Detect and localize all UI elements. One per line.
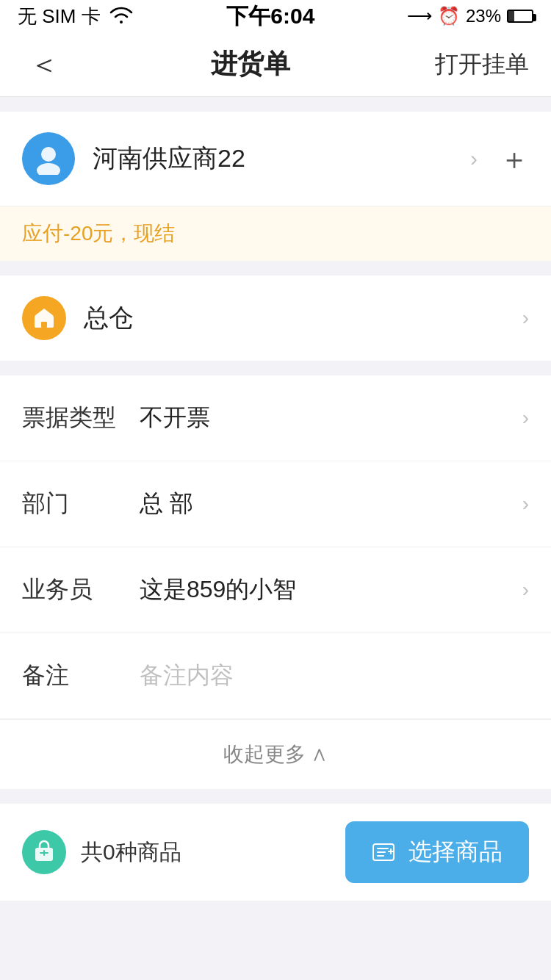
collapse-label: 收起更多 ∧ — [223, 743, 328, 765]
back-button[interactable]: ＜ — [22, 37, 66, 92]
supplier-chevron-icon: › — [470, 146, 478, 171]
battery-text: 23% — [466, 6, 501, 26]
remark-label: 备注 — [22, 660, 125, 692]
page-title: 进货单 — [211, 46, 290, 82]
select-product-button[interactable]: 选择商品 — [345, 821, 529, 883]
warehouse-icon — [22, 296, 66, 340]
notice-text: 应付-20元，现结 — [22, 222, 175, 245]
salesperson-chevron-icon: › — [522, 578, 529, 602]
status-time: 下午6:04 — [226, 1, 314, 32]
product-count-text: 共0种商品 — [81, 837, 181, 868]
section-gap-2 — [0, 261, 551, 275]
department-value: 总 部 — [125, 488, 522, 520]
alarm-icon: ⏰ — [438, 6, 460, 26]
svg-marker-3 — [35, 309, 54, 316]
department-label: 部门 — [22, 488, 125, 520]
invoice-type-value: 不开票 — [125, 402, 522, 434]
warehouse-label: 总仓 — [84, 301, 522, 335]
add-button[interactable]: ＋ — [500, 139, 529, 179]
collapse-button[interactable]: 收起更多 ∧ — [0, 719, 551, 789]
bottom-bar: 共0种商品 选择商品 — [0, 804, 551, 901]
status-right: ⟶ ⏰ 23% — [407, 6, 533, 26]
remark-value[interactable]: 备注内容 — [125, 660, 529, 692]
svg-point-1 — [37, 163, 60, 175]
open-pending-button[interactable]: 打开挂单 — [435, 48, 529, 81]
salesperson-value: 这是859的小智 — [125, 574, 522, 606]
wifi-icon — [108, 4, 134, 29]
department-chevron-icon: › — [522, 492, 529, 516]
nav-bar: ＜ 进货单 打开挂单 — [0, 32, 551, 97]
svg-point-0 — [41, 147, 56, 162]
supplier-section: 河南供应商22 › ＋ 应付-20元，现结 — [0, 112, 551, 261]
warehouse-section: 总仓 › — [0, 275, 551, 361]
invoice-type-label: 票据类型 — [22, 402, 125, 434]
warehouse-chevron-icon: › — [522, 306, 529, 330]
supplier-avatar — [22, 132, 75, 185]
status-carrier: 无 SIM 卡 — [18, 4, 134, 29]
location-icon: ⟶ — [407, 6, 432, 26]
supplier-name: 河南供应商22 — [93, 142, 470, 176]
invoice-type-row[interactable]: 票据类型 不开票 › — [0, 375, 551, 461]
form-section: 票据类型 不开票 › 部门 总 部 › 业务员 这是859的小智 › 备注 备注… — [0, 375, 551, 789]
product-count-left: 共0种商品 — [22, 830, 181, 874]
remark-row[interactable]: 备注 备注内容 — [0, 633, 551, 719]
notice-bar: 应付-20元，现结 — [0, 206, 551, 261]
warehouse-row[interactable]: 总仓 › — [0, 275, 551, 361]
product-count-icon — [22, 830, 66, 874]
svg-rect-4 — [41, 322, 47, 328]
battery-icon — [507, 10, 533, 23]
status-bar: 无 SIM 卡 下午6:04 ⟶ ⏰ 23% — [0, 0, 551, 32]
select-product-label: 选择商品 — [408, 836, 503, 868]
department-row[interactable]: 部门 总 部 › — [0, 461, 551, 547]
salesperson-label: 业务员 — [22, 574, 125, 606]
invoice-type-chevron-icon: › — [522, 406, 529, 430]
supplier-row[interactable]: 河南供应商22 › ＋ — [0, 112, 551, 206]
salesperson-row[interactable]: 业务员 这是859的小智 › — [0, 547, 551, 633]
section-gap-1 — [0, 97, 551, 112]
